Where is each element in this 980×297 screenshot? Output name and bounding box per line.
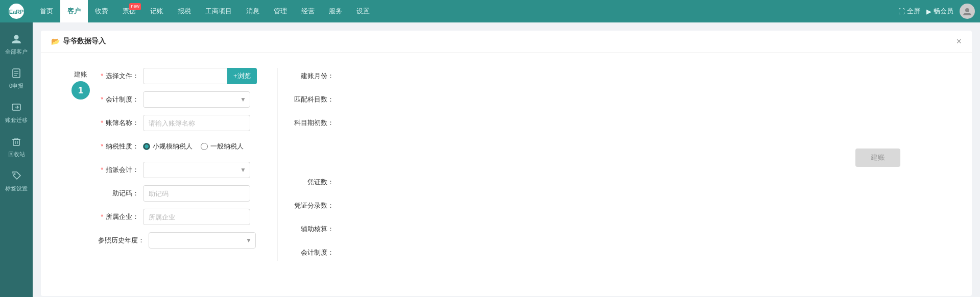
step-circle: 1 <box>71 81 90 100</box>
nav-item-operations[interactable]: 经营 <box>294 0 322 22</box>
build-account-button[interactable]: 建账 <box>855 148 900 167</box>
vip-icon: ▶ <box>926 8 931 15</box>
ledger-row: * 账簿名称： <box>98 115 257 131</box>
subject-initial-row: 科目期初数： <box>288 115 941 131</box>
import-icon: 📂 <box>51 37 60 45</box>
nav-item-invoices[interactable]: 票据 new <box>115 0 143 22</box>
fullscreen-icon: ⛶ <box>898 8 905 15</box>
sidebar-item-tags[interactable]: 标签设置 <box>0 164 33 196</box>
file-input-group: +浏览 <box>143 68 257 84</box>
nav-item-manage[interactable]: 管理 <box>267 0 294 22</box>
svg-point-13 <box>14 174 16 175</box>
nav-right: ⛶ 全屏 ▶ 畅会员 <box>898 4 975 19</box>
info-accounting-row: 会计制度： <box>288 244 941 261</box>
aux-row: 辅助核算： <box>288 221 941 237</box>
browse-button[interactable]: +浏览 <box>227 68 257 84</box>
history-year-select-wrapper: ▼ <box>149 232 256 249</box>
nav-item-bookkeeping[interactable]: 记账 <box>143 0 171 22</box>
info-panel: 建账月份： 匹配科目数： 科目期初数： <box>277 68 941 261</box>
declare-icon <box>9 66 23 80</box>
info-accounting-label: 会计制度： <box>288 248 334 257</box>
sidebar-item-all-clients[interactable]: 全部客户 <box>0 28 33 60</box>
main-layout: 全部客户 0申报 账套迁移 <box>0 22 980 297</box>
sidebar-item-migrate[interactable]: 账套迁移 <box>0 96 33 128</box>
company-label: * 所属企业： <box>98 212 139 221</box>
nav-item-fees[interactable]: 收费 <box>88 0 115 22</box>
content-area: 📂 导爷数据导入 × 建账 1 <box>33 22 980 297</box>
logo: EaRP <box>5 0 28 22</box>
nav-item-settings[interactable]: 设置 <box>349 0 377 22</box>
build-month-row: 建账月份： <box>288 68 941 84</box>
vip-button[interactable]: ▶ 畅会员 <box>926 7 953 16</box>
tax-row: * 纳税性质： 小规模纳税人 一般纳税人 <box>98 138 257 155</box>
new-badge: new <box>129 3 141 10</box>
form-body: 建账 1 * 选择文件： +浏览 <box>41 53 972 276</box>
accountant-row: * 指派会计： ▼ <box>98 162 257 178</box>
sidebar-item-label-declare: 0申报 <box>9 82 23 90</box>
step-label: 建账 <box>74 70 87 79</box>
match-subject-row: 匹配科目数： <box>288 91 941 108</box>
sidebar-item-label-migrate: 账套迁移 <box>5 116 28 124</box>
svg-point-2 <box>965 8 969 12</box>
avatar[interactable] <box>960 4 975 19</box>
dialog-card: 📂 导爷数据导入 × 建账 1 <box>41 31 972 296</box>
company-row: * 所属企业： <box>98 209 257 225</box>
history-year-row: 参照历史年度： ▼ <box>98 232 257 249</box>
top-nav: EaRP 首页 客户 收费 票据 new 记账 报税 工商项目 消息 管理 经营… <box>0 0 980 22</box>
match-subject-label: 匹配科目数： <box>288 95 334 104</box>
accountant-select[interactable] <box>143 162 250 178</box>
tax-radio-general[interactable]: 一般纳税人 <box>201 142 244 151</box>
migrate-icon <box>9 100 23 114</box>
file-label: * 选择文件： <box>98 71 139 81</box>
nav-item-business[interactable]: 工商项目 <box>198 0 239 22</box>
close-button[interactable]: × <box>956 37 962 46</box>
company-input[interactable] <box>143 209 250 225</box>
sidebar-item-declare[interactable]: 0申报 <box>0 62 33 94</box>
sidebar-item-trash[interactable]: 回收站 <box>0 130 33 162</box>
nav-item-home[interactable]: 首页 <box>33 0 60 22</box>
accounting-row: * 会计制度： ▼ <box>98 91 257 108</box>
history-year-label: 参照历史年度： <box>98 236 145 245</box>
history-year-select[interactable] <box>149 232 256 249</box>
tax-radio-small[interactable]: 小规模纳税人 <box>143 142 193 151</box>
nav-item-tax[interactable]: 报税 <box>171 0 198 22</box>
build-month-label: 建账月份： <box>288 71 334 81</box>
accountant-select-wrapper: ▼ <box>143 162 250 178</box>
tax-label: * 纳税性质： <box>98 142 139 151</box>
accounting-select[interactable] <box>143 91 250 108</box>
ledger-label: * 账簿名称： <box>98 118 139 128</box>
accountant-label: * 指派会计： <box>98 165 139 175</box>
accounting-select-wrapper: ▼ <box>143 91 250 108</box>
memo-label: 助记码： <box>98 189 139 198</box>
sidebar-item-label-all-clients: 全部客户 <box>5 48 28 56</box>
aux-label: 辅助核算： <box>288 225 334 234</box>
dialog-title: 📂 导爷数据导入 <box>51 37 106 46</box>
file-input[interactable] <box>143 68 227 84</box>
nav-items: 首页 客户 收费 票据 new 记账 报税 工商项目 消息 管理 经营 服务 设… <box>33 0 898 22</box>
ledger-input[interactable] <box>143 115 250 131</box>
accounting-label: * 会计制度： <box>98 95 139 104</box>
subject-initial-label: 科目期初数： <box>288 118 334 128</box>
trash-icon <box>9 134 23 148</box>
fullscreen-button[interactable]: ⛶ 全屏 <box>898 7 920 16</box>
sidebar-item-label-tags: 标签设置 <box>5 185 28 192</box>
voucher-records-label: 凭证分录数： <box>288 201 334 210</box>
svg-point-3 <box>14 35 19 40</box>
memo-input[interactable] <box>143 185 250 202</box>
nav-item-messages[interactable]: 消息 <box>239 0 267 22</box>
nav-item-services[interactable]: 服务 <box>322 0 349 22</box>
sidebar-item-label-trash: 回收站 <box>8 151 25 158</box>
file-row: * 选择文件： +浏览 <box>98 68 257 84</box>
voucher-label: 凭证数： <box>288 178 334 187</box>
person-icon <box>9 32 23 46</box>
tag-icon <box>9 168 23 183</box>
memo-row: 助记码： <box>98 185 257 202</box>
info-grid: 建账月份： 匹配科目数： 科目期初数： <box>288 68 941 261</box>
build-btn-row: 建账 <box>288 143 941 167</box>
nav-item-clients[interactable]: 客户 <box>60 0 88 22</box>
svg-text:EaRP: EaRP <box>9 9 24 15</box>
voucher-row: 凭证数： <box>288 174 941 190</box>
sidebar: 全部客户 0申报 账套迁移 <box>0 22 33 297</box>
svg-rect-9 <box>13 139 19 145</box>
dialog-header: 📂 导爷数据导入 × <box>41 31 972 53</box>
